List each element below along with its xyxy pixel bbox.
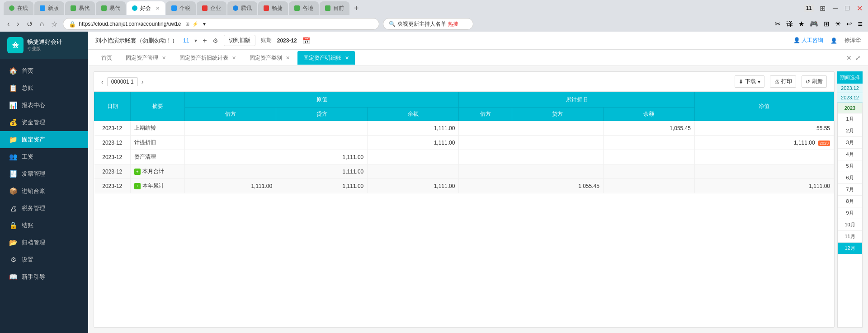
tab-list-button[interactable]: ⊞: [818, 3, 827, 14]
period-month-12[interactable]: 12月: [838, 243, 862, 254]
translate-icon[interactable]: 译: [786, 20, 793, 28]
sidebar-item-purchase-sales[interactable]: 📦 进销台账: [0, 183, 88, 200]
close-tab-button[interactable]: ✕: [846, 54, 852, 61]
ledger-toolbar: ‹ 000001 1 › ⬇ 下载 ▾ 🖨 打印: [94, 72, 834, 92]
period-month-11[interactable]: 11月: [838, 231, 862, 243]
tab-close-icon[interactable]: ✕: [156, 5, 160, 11]
report-icon: 📊: [9, 101, 17, 109]
sidebar-item-general-ledger[interactable]: 📋 总账: [0, 80, 88, 97]
url-input[interactable]: 🔒 https://cloud.chanjet.com/accounting/u…: [63, 18, 379, 30]
sidebar-item-label: 首页: [22, 67, 33, 75]
next-page-button[interactable]: ›: [142, 78, 144, 85]
sidebar-item-reports[interactable]: 📊 报表中心: [0, 97, 88, 114]
download-button[interactable]: ⬇ 下载 ▾: [735, 75, 764, 88]
maximize-tab-button[interactable]: ⤢: [855, 54, 861, 61]
print-button[interactable]: 🖨 打印: [770, 75, 796, 88]
sidebar-item-settings[interactable]: ⚙ 设置: [0, 251, 88, 268]
menu-icon[interactable]: ≡: [858, 19, 863, 29]
period-month-10[interactable]: 10月: [838, 219, 862, 231]
browser-tab-qiye[interactable]: 企业: [197, 1, 226, 15]
sidebar-item-label: 进销台账: [22, 187, 45, 195]
tab-home[interactable]: 首页: [95, 51, 118, 65]
browser-tab-muqian[interactable]: 目前: [320, 1, 349, 15]
back-button[interactable]: ‹: [5, 19, 11, 29]
grid-icon[interactable]: ⊞: [824, 20, 830, 28]
tab-label: 在线: [17, 5, 28, 12]
browser-tab-changjie[interactable]: 畅捷: [258, 1, 288, 15]
col-credit-1-header: 贷方: [276, 108, 368, 121]
switch-version-button[interactable]: 切到旧版: [224, 35, 255, 46]
bookmark-button[interactable]: ☆: [49, 19, 59, 29]
browser-tab-gedi[interactable]: 各地: [289, 1, 319, 15]
sidebar-item-tax[interactable]: 🖨 税务管理: [0, 200, 88, 217]
account-dropdown-button[interactable]: ▾: [194, 38, 197, 44]
forward-button[interactable]: ›: [15, 19, 21, 29]
col-date-header: 日期: [94, 92, 131, 121]
home-button[interactable]: ⌂: [38, 19, 46, 29]
sidebar-item-payroll[interactable]: 👥 工资: [0, 148, 88, 165]
tab-close-icon[interactable]: ✕: [345, 55, 349, 61]
sidebar-item-home[interactable]: 🏠 首页: [0, 62, 88, 80]
period-month-4[interactable]: 4月: [838, 149, 862, 160]
reload-button[interactable]: ↺: [25, 19, 34, 29]
theme-icon[interactable]: ☀: [835, 20, 841, 28]
period-month-2[interactable]: 2月: [838, 125, 862, 137]
period-month-9[interactable]: 9月: [838, 207, 862, 219]
minimize-button[interactable]: ─: [831, 3, 840, 13]
extensions-icon: ⊞: [185, 21, 189, 27]
help-button[interactable]: 👤 人工咨询: [793, 37, 823, 44]
top-bar: 刘小艳演示账套（勿删勿动！） 11 ▾ + ⚙ 切到旧版 账期 2023-12 …: [88, 32, 868, 50]
history-icon[interactable]: ↩: [846, 20, 852, 28]
browser-tab-yidai2[interactable]: 易代: [96, 1, 126, 15]
period-month-8[interactable]: 8月: [838, 196, 862, 207]
cell-credit-1: 1,111.00: [276, 164, 368, 179]
sidebar-item-fixed-assets[interactable]: 📁 固定资产: [0, 131, 88, 148]
refresh-button[interactable]: ↺ 刷新: [802, 75, 827, 88]
tab-close-icon[interactable]: ✕: [232, 55, 236, 61]
add-account-button[interactable]: +: [203, 37, 207, 45]
browser-tab-tencent[interactable]: 腾讯: [227, 1, 257, 15]
sidebar-item-fund-management[interactable]: 💰 资金管理: [0, 114, 88, 131]
table-row: 2023-12 计提折旧 1,111.00 1,111.00 2023: [94, 136, 834, 150]
sidebar-item-archive[interactable]: 📂 归档管理: [0, 234, 88, 251]
search-input[interactable]: 🔍 央视更新主持人名单 热搜: [383, 18, 473, 30]
period-value: 2023-12: [277, 38, 297, 44]
tab-asset-category[interactable]: 固定资产类别 ✕: [244, 51, 296, 65]
cell-credit-1: 1,111.00: [276, 150, 368, 164]
sidebar-logo: 会 畅捷通好会计 专业版: [0, 32, 88, 59]
account-settings-button[interactable]: ⚙: [212, 37, 218, 44]
star-collect-icon[interactable]: ★: [798, 20, 804, 28]
close-window-button[interactable]: ✕: [855, 3, 864, 14]
sidebar-item-guide[interactable]: 📖 新手引导: [0, 268, 88, 286]
browser-tab-haohui[interactable]: 好会 ✕: [127, 1, 165, 15]
scissors-icon[interactable]: ✂: [775, 20, 781, 28]
cell-balance-2: [603, 164, 694, 179]
tab-close-icon[interactable]: ✕: [162, 55, 166, 61]
col-balance-2-header: 余额: [603, 108, 694, 121]
game-icon[interactable]: 🎮: [810, 20, 818, 28]
period-month-1[interactable]: 1月: [838, 113, 862, 125]
sidebar-item-close-period[interactable]: 🔒 结账: [0, 217, 88, 234]
tab-close-icon[interactable]: ✕: [286, 55, 290, 61]
period-month-6[interactable]: 6月: [838, 172, 862, 184]
account-name: 刘小艳演示账套（勿删勿动！）: [95, 37, 178, 45]
browser-tab-yidai1[interactable]: 易代: [65, 1, 95, 15]
expand-icon[interactable]: +: [134, 183, 141, 189]
tab-asset-detail-ledger[interactable]: 固定资产明细账 ✕: [297, 51, 355, 65]
browser-tab-online[interactable]: 在线: [4, 1, 33, 15]
period-month-3[interactable]: 3月: [838, 137, 862, 149]
tab-depreciation-stats[interactable]: 固定资产折旧统计表 ✕: [174, 51, 242, 65]
prev-page-button[interactable]: ‹: [101, 78, 104, 85]
tab-fixed-assets-management[interactable]: 固定资产管理 ✕: [120, 51, 172, 65]
expand-icon[interactable]: +: [134, 169, 141, 175]
period-month-7[interactable]: 7月: [838, 184, 862, 196]
browser-tab-geshui[interactable]: 个税: [166, 1, 196, 15]
maximize-button[interactable]: □: [843, 3, 851, 13]
calendar-icon[interactable]: 📅: [302, 37, 310, 44]
new-tab-button[interactable]: +: [350, 4, 363, 13]
sidebar-item-invoice[interactable]: 🧾 发票管理: [0, 165, 88, 183]
period-month-5[interactable]: 5月: [838, 160, 862, 172]
browser-tab-new[interactable]: 新版: [34, 1, 64, 15]
toolbar-right: ⬇ 下载 ▾ 🖨 打印 ↺ 刷新: [735, 75, 827, 88]
payroll-icon: 👥: [9, 153, 17, 161]
